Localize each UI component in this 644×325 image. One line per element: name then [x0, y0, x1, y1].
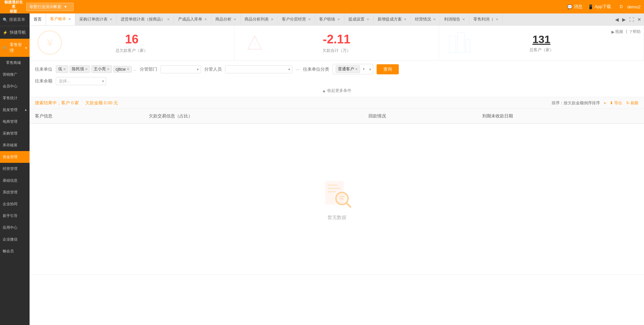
sidebar-item-marketing[interactable]: 营销推广	[0, 69, 30, 80]
unit-tag-4-close[interactable]: ✕	[127, 67, 129, 71]
total-debt-label: 欠款合计（万）	[323, 48, 351, 53]
unit-tag-3-close[interactable]: ✕	[107, 67, 110, 71]
sidebar-item-wholesale[interactable]: 批发管理 ▸	[0, 104, 30, 116]
tab-new-promotion[interactable]: 新增提成方案 ✕	[374, 13, 411, 25]
sidebar-item-basic-info[interactable]: 基础信息	[0, 175, 30, 186]
tab-close-all-button[interactable]: ✕	[636, 16, 643, 23]
svg-line-11	[346, 203, 350, 207]
svg-rect-4	[458, 32, 464, 52]
tab-purchase-orders[interactable]: 采购订单统计表 ✕	[75, 13, 117, 25]
tab-stock-stats[interactable]: 进货单统计表（按商品） ✕	[117, 13, 174, 25]
app-logo: 畅捷通好生意 标版	[3, 1, 24, 13]
sidebar-item-enterprise-wechat[interactable]: 企业微信	[0, 233, 30, 245]
customers-bg-icon: ¥	[36, 29, 63, 57]
video-icon: ▶	[611, 30, 614, 34]
tab-retail-profit[interactable]: 零售利润（ ✕	[469, 13, 503, 25]
tab-promotion-settings[interactable]: 提成设置 ✕	[344, 13, 374, 25]
tab-close-purchase[interactable]: ✕	[110, 17, 112, 21]
tab-close-product-list[interactable]: ✕	[271, 17, 273, 21]
tab-customer-segments[interactable]: 客户分层经营 ✕	[278, 13, 315, 25]
sidebar-item-quick-nav[interactable]: ⚡ 快捷导航	[0, 26, 30, 39]
collapse-button[interactable]: ▲ 收起更多条件	[35, 88, 639, 94]
unit-class-tag: 普通客户 ✕	[336, 65, 360, 73]
balance-select[interactable]: 选择...	[56, 77, 106, 85]
sidebar-item-purchase[interactable]: 采购管理	[0, 128, 30, 139]
unit-filter-label: 往来单位	[35, 66, 52, 72]
export-icon: ⬇	[610, 101, 613, 105]
refresh-button[interactable]: ↻ 刷新	[626, 100, 639, 106]
app-container: 畅捷通好生意 标版 母婴行业演示帐套 ▾ 💬 消息 📱 App下载 D	[0, 0, 644, 325]
sidebar-item-finance[interactable]: 资金管理	[0, 151, 30, 163]
tab-close-contact[interactable]: ✕	[337, 17, 340, 21]
download-icon: 📱	[588, 4, 593, 9]
unit-tag-more[interactable]: ...	[133, 67, 136, 72]
empty-state: 暂无数据	[36, 151, 637, 248]
balance-select-wrapper: 选择...	[56, 77, 106, 85]
tab-operations[interactable]: 经营情况 ✕	[411, 13, 440, 25]
tab-close-segments[interactable]: ✕	[308, 17, 311, 21]
message-button[interactable]: 💬 消息	[567, 4, 583, 10]
sidebar-search[interactable]: 🔍 搜索菜单	[0, 13, 30, 26]
col-due-date: 到期未收款日期	[477, 109, 644, 123]
tab-production-stock[interactable]: 产成品入库单 ✕	[174, 13, 211, 25]
tab-fullscreen-button[interactable]: ⛶	[628, 16, 635, 23]
empty-row: 暂无数据	[30, 123, 644, 275]
tab-close-stock[interactable]: ✕	[167, 17, 170, 21]
sidebar-item-ecommerce[interactable]: 电商管理	[0, 116, 30, 128]
export-button[interactable]: ⬇ 导出	[610, 100, 622, 106]
industry-selector[interactable]: 母婴行业演示帐套 ▾	[26, 3, 74, 11]
tab-close-promotion[interactable]: ✕	[367, 17, 369, 21]
tab-profit-report[interactable]: 利润报告 ✕	[440, 13, 469, 25]
sidebar-item-system[interactable]: 系统管理	[0, 186, 30, 198]
person-select-wrapper	[225, 65, 292, 73]
sidebar-item-inventory[interactable]: 库存核算	[0, 139, 30, 151]
top-bar-left: 畅捷通好生意 标版 母婴行业演示帐套 ▾	[3, 1, 74, 13]
help-button[interactable]: ? 帮助	[630, 29, 641, 35]
sidebar-item-new-guide[interactable]: 新手引导	[0, 210, 30, 222]
unit-tag-1-close[interactable]: ✕	[63, 67, 66, 71]
svg-rect-3	[449, 36, 456, 52]
tab-close-profit[interactable]: ✕	[462, 17, 465, 21]
search-icon: 🔍	[3, 17, 8, 22]
unit-tag-3: 王小亮 ✕	[91, 65, 112, 73]
summary-actions: ▶ 视频 | ? 帮助	[611, 29, 641, 35]
unit-class-tag-close[interactable]: ✕	[355, 67, 358, 71]
sidebar-item-retail-stats[interactable]: 零售统计	[0, 92, 30, 104]
user-profile[interactable]: D demo2	[616, 2, 641, 11]
tab-close-operations[interactable]: ✕	[433, 17, 436, 21]
app-download-button[interactable]: 📱 App下载	[588, 4, 611, 10]
avatar: D	[616, 2, 626, 11]
person-select[interactable]	[225, 65, 292, 73]
tab-prev-button[interactable]: ◀	[614, 16, 620, 23]
sidebar-item-operations[interactable]: 经营管理	[0, 163, 30, 175]
tab-close-retail-profit[interactable]: ✕	[496, 17, 498, 21]
tab-home[interactable]: 首页	[30, 13, 46, 25]
tab-next-button[interactable]: ▶	[621, 16, 627, 23]
tab-close-new-promotion[interactable]: ✕	[404, 17, 406, 21]
video-button[interactable]: ▶ 视频	[611, 29, 623, 35]
tab-customer-accounts[interactable]: 客户账本 ✕	[46, 13, 75, 25]
svg-rect-8	[328, 188, 341, 189]
top-bar-right: 💬 消息 📱 App下载 D demo2	[567, 2, 641, 11]
person-more-options[interactable]: ···	[296, 67, 300, 72]
unit-tag-2-close[interactable]: ✕	[85, 67, 88, 71]
sidebar-item-retail-mall[interactable]: 零售商城	[0, 57, 30, 69]
unit-class-selector[interactable]: 普通客户 ✕ ▾	[333, 64, 373, 74]
filter-row-1: 往来单位 佤 ✕ 陈民强 ✕ 王小亮 ✕	[35, 64, 639, 74]
sidebar-item-member[interactable]: 会员中心	[0, 80, 30, 92]
tab-customer-contact[interactable]: 客户联络 ✕	[315, 13, 344, 25]
tab-close-customer-accounts[interactable]: ✕	[68, 17, 71, 21]
tab-close-product[interactable]: ✕	[233, 17, 236, 21]
sidebar-item-changhui-member[interactable]: 畅会员	[0, 245, 30, 257]
tab-close-production[interactable]: ✕	[204, 17, 207, 21]
query-button[interactable]: 查询	[377, 64, 399, 74]
sidebar-item-app-center[interactable]: 应用中心	[0, 222, 30, 233]
unit-filter-tags: 佤 ✕ 陈民强 ✕ 王小亮 ✕ cjttcw ✕	[56, 65, 136, 73]
tab-product-analysis[interactable]: 商品分析 ✕	[211, 13, 241, 25]
unit-tag-4: cjttcw ✕	[113, 66, 132, 73]
tab-product-analysis-list[interactable]: 商品分析列表 ✕	[241, 13, 278, 25]
retail-icon: 🛒	[3, 45, 8, 50]
sidebar-item-retail[interactable]: 🛒 零售管理 ▾	[0, 39, 30, 57]
sidebar-item-enterprise-coop[interactable]: 企业协同	[0, 198, 30, 210]
dept-select[interactable]	[161, 65, 201, 73]
